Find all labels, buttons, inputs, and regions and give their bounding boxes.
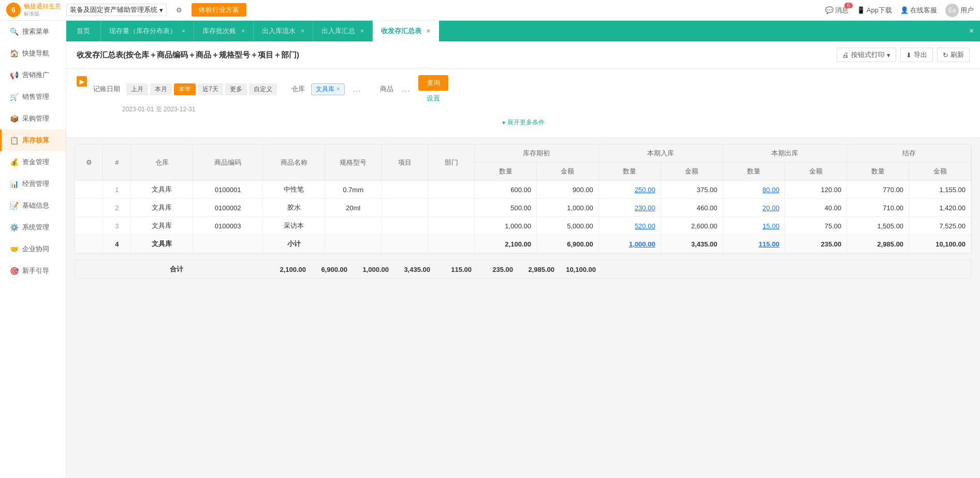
- row-out-qty-1[interactable]: 20.00: [723, 199, 785, 217]
- tab-inventory-dist[interactable]: 现存量（库存分布表） ×: [101, 21, 194, 41]
- refresh-button[interactable]: ↻ 刷新: [937, 48, 970, 62]
- sub-bal-qty: 数量: [847, 163, 909, 181]
- sidebar-item-search[interactable]: 🔍 搜索菜单: [0, 21, 66, 42]
- tab-recv-send-summary-close[interactable]: ×: [427, 27, 430, 35]
- tab-batch-ledger-close[interactable]: ×: [241, 27, 245, 35]
- row-in-qty-0[interactable]: 250.00: [598, 181, 661, 199]
- sidebar-item-inventory[interactable]: 📋 库存核算: [0, 129, 66, 151]
- total-label: 合计: [83, 265, 270, 274]
- date-btn-this-year[interactable]: 本年: [174, 83, 196, 95]
- print-icon: 🖨: [842, 51, 849, 59]
- settings-icon[interactable]: ⚙: [172, 3, 186, 17]
- basic-info-icon: 📝: [10, 201, 18, 210]
- expand-more-button[interactable]: ▾ 展开更多条件: [502, 118, 545, 127]
- sys-icon: ⚙️: [10, 223, 18, 231]
- warehouse-tag-text: 文具库: [316, 85, 334, 94]
- tab-in-out-flow-close[interactable]: ×: [301, 27, 304, 35]
- trial-button[interactable]: 体验行业方案: [192, 3, 246, 17]
- purchase-icon: 📦: [10, 114, 18, 123]
- tab-in-out-summary-close[interactable]: ×: [360, 27, 364, 35]
- message-badge: 6: [844, 3, 853, 8]
- row-settings-1[interactable]: [75, 199, 103, 217]
- row-code-0: 0100001: [193, 181, 263, 199]
- subtotal-bal-qty: 2,985.00: [847, 235, 909, 253]
- row-out-qty-0[interactable]: 80.00: [723, 181, 785, 199]
- sidebar-item-guide[interactable]: 🎯 新手引导: [0, 260, 66, 282]
- row-out-qty-2[interactable]: 15.00: [723, 217, 785, 235]
- tab-in-out-summary[interactable]: 出入库汇总 ×: [313, 21, 373, 41]
- filter-dots-product[interactable]: ...: [400, 84, 412, 94]
- sidebar-item-marketing[interactable]: 📢 营销推广: [0, 64, 66, 86]
- row-bal-amt-0: 1,155.00: [909, 181, 971, 199]
- tab-in-out-flow-label: 出入库流水: [262, 26, 296, 36]
- tab-inventory-dist-close[interactable]: ×: [182, 27, 185, 35]
- app-download-item[interactable]: 📱 App下载: [857, 6, 892, 15]
- settings-link[interactable]: 设置: [427, 94, 440, 103]
- sidebar-item-purchase[interactable]: 📦 采购管理: [0, 108, 66, 129]
- header-left: 6 畅捷通好生意 标准版 装备及固定资产辅助管理系统 ▾ ⚙ 体验行业方案: [6, 3, 246, 17]
- warehouse-tag-close[interactable]: ×: [337, 85, 340, 93]
- sidebar-label-biz: 经营管理: [22, 179, 49, 189]
- row-warehouse-1: 文具库: [131, 199, 193, 217]
- row-code-1: 0100002: [193, 199, 263, 217]
- sidebar-item-sales[interactable]: 🛒 销售管理: [0, 86, 66, 108]
- sidebar-label-basic-info: 基础信息: [22, 201, 49, 210]
- date-btn-this-month[interactable]: 本月: [150, 83, 172, 95]
- tab-recv-send-summary[interactable]: 收发存汇总表 ×: [373, 21, 439, 41]
- row-start-qty-1: 500.00: [475, 199, 537, 217]
- tab-in-out-flow[interactable]: 出入库流水 ×: [254, 21, 313, 41]
- date-btn-custom[interactable]: 自定义: [249, 83, 277, 95]
- subtotal-in-qty[interactable]: 1,000.00: [598, 235, 661, 253]
- subtotal-start-qty: 2,100.00: [475, 235, 537, 253]
- sidebar-label-guide: 新手引导: [22, 266, 49, 276]
- sub-out-amt: 金额: [785, 163, 847, 181]
- row-warehouse-0: 文具库: [131, 181, 193, 199]
- filter-right-actions: 查询 设置: [418, 75, 448, 103]
- export-button[interactable]: ⬇ 导出: [900, 48, 933, 62]
- tab-recv-send-summary-label: 收发存汇总表: [381, 26, 421, 36]
- col-settings-header[interactable]: ⚙: [75, 144, 103, 181]
- query-button[interactable]: 查询: [418, 75, 448, 91]
- page-header: 收发存汇总表(按仓库＋商品编码＋商品＋规格型号＋项目＋部门) 🖨 按钮式打印 ▾…: [66, 41, 980, 69]
- content-area: 首页 现存量（库存分布表） × 库存批次账 × 出入库流水 × 出入库汇总 × …: [66, 21, 980, 478]
- refresh-label: 刷新: [950, 50, 964, 60]
- date-btn-7days[interactable]: 近7天: [198, 83, 223, 95]
- sidebar-item-quick-nav[interactable]: 🏠 快捷导航: [0, 42, 66, 64]
- sidebar-item-basic-info[interactable]: 📝 基础信息: [0, 195, 66, 216]
- row-in-qty-2[interactable]: 520.00: [598, 217, 661, 235]
- col-num-header: #: [103, 144, 131, 181]
- sidebar-item-biz[interactable]: 📊 经营管理: [0, 173, 66, 195]
- sidebar-item-sys[interactable]: ⚙️ 系统管理: [0, 216, 66, 238]
- tab-home[interactable]: 首页: [66, 21, 101, 41]
- table-group-header: ⚙ # 仓库 商品编码 商品名称 规格型号 项目 部门 库存期初 本期入库 本期…: [75, 144, 971, 163]
- subtotal-out-qty[interactable]: 115.00: [723, 235, 785, 253]
- row-settings-0[interactable]: [75, 181, 103, 199]
- filter-toggle[interactable]: ▶: [77, 76, 87, 86]
- total-footer: 合计 2,100.00 6,900.00 1,000.00 3,435.00 1…: [75, 260, 972, 279]
- print-button[interactable]: 🖨 按钮式打印 ▾: [837, 48, 896, 62]
- date-btn-last-month[interactable]: 上月: [126, 83, 148, 95]
- sidebar-item-asset[interactable]: 💰 资金管理: [0, 151, 66, 173]
- sidebar-item-corp[interactable]: 🤝 企业协同: [0, 238, 66, 260]
- message-item[interactable]: 💬 消息 6: [825, 6, 849, 15]
- row-name-0: 中性笔: [263, 181, 325, 199]
- logo-text: 畅捷通好生意: [24, 3, 61, 10]
- col-name-header: 商品名称: [263, 144, 325, 181]
- date-btn-more[interactable]: 更多: [225, 83, 247, 95]
- tab-bar-close[interactable]: ×: [963, 26, 980, 36]
- row-in-amt-0: 375.00: [661, 181, 723, 199]
- tab-home-label: 首页: [77, 26, 90, 36]
- filter-dots-warehouse[interactable]: ...: [351, 84, 363, 94]
- row-in-qty-1[interactable]: 230.00: [598, 199, 661, 217]
- row-start-qty-0: 600.00: [475, 181, 537, 199]
- system-title-dropdown[interactable]: 装备及固定资产辅助管理系统 ▾: [66, 4, 167, 16]
- app-download-label: App下载: [867, 6, 892, 15]
- row-bal-amt-2: 7,525.00: [909, 217, 971, 235]
- online-service-item[interactable]: 👤 在线客服: [900, 6, 937, 15]
- user-item[interactable]: Ea 用户: [945, 4, 974, 17]
- table-row: 2 文具库 0100002 胶水 20ml 500.00 1,000.00 23…: [75, 199, 971, 217]
- row-name-1: 胶水: [263, 199, 325, 217]
- total-out-amt: 235.00: [477, 266, 518, 273]
- row-settings-2[interactable]: [75, 217, 103, 235]
- tab-batch-ledger[interactable]: 库存批次账 ×: [194, 21, 254, 41]
